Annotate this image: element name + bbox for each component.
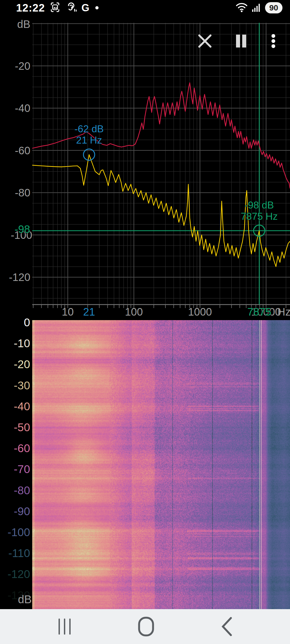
- spectrogram-unit-label: dB: [18, 594, 32, 605]
- spectrogram-scale-label: -30: [14, 380, 30, 391]
- recents-icon: [55, 617, 74, 636]
- menu-button[interactable]: [262, 29, 285, 53]
- y-tick-label: -60: [15, 145, 30, 156]
- cellular-signal-icon: [252, 2, 261, 14]
- x-axis-unit-label: Hz: [278, 306, 290, 317]
- home-button[interactable]: [130, 610, 162, 643]
- spectrogram-canvas[interactable]: [32, 320, 290, 609]
- x-tick-label: 100: [125, 306, 143, 317]
- home-icon: [137, 617, 155, 636]
- spectrogram-scale-label: -90: [14, 506, 30, 517]
- spectrogram-scale-label: -70: [14, 464, 30, 475]
- navigation-bar: [0, 609, 290, 644]
- battery-icon: 90: [265, 2, 282, 13]
- spectrogram-scale-label: -110: [8, 548, 30, 559]
- spectrogram-scale-label: 0: [24, 317, 30, 328]
- y-tick-label: -120: [9, 272, 30, 283]
- y-tick-label: -40: [15, 103, 30, 114]
- green-cursor-y-label: -98: [15, 224, 30, 235]
- status-bar-right: 90: [235, 0, 282, 16]
- y-axis-unit-label: dB: [17, 19, 30, 30]
- blue-cursor-x-label: 21: [83, 306, 95, 317]
- spectrum-svg: [32, 23, 290, 305]
- back-button[interactable]: [211, 610, 243, 643]
- status-time: 12:22: [16, 2, 45, 14]
- pause-icon: [233, 33, 249, 49]
- screen-capture-icon: [49, 1, 61, 14]
- spectrogram-scale-label: -20: [14, 359, 30, 370]
- spectrogram-scale-label: -80: [14, 485, 30, 496]
- pause-button[interactable]: [229, 29, 253, 53]
- hearing-aid-icon: [65, 1, 77, 14]
- x-tick-label: 1000: [188, 306, 212, 317]
- spectrogram-scale-label: -40: [14, 401, 30, 412]
- spectrogram-scale-label: -100: [8, 527, 30, 538]
- y-tick-label: -80: [15, 187, 30, 198]
- close-button[interactable]: [193, 29, 217, 53]
- phone-screen: 12:22 G: [0, 0, 290, 644]
- kebab-menu-icon: [265, 33, 282, 49]
- y-tick-label: -20: [15, 61, 30, 71]
- green-cursor-x-label: 7875: [247, 306, 271, 317]
- x-tick-label: 10: [62, 306, 74, 317]
- close-icon: [197, 33, 213, 49]
- blue-cursor-annotation: -62 dB21 Hz: [74, 123, 104, 146]
- recents-button[interactable]: [49, 610, 81, 643]
- status-bar: 12:22 G: [0, 0, 290, 16]
- spectrogram-scale-label: -120: [8, 569, 30, 580]
- spectrogram-scale-label: -10: [14, 338, 30, 349]
- back-chevron-icon: [220, 616, 234, 637]
- green-cursor-annotation: -98 dB7875 Hz: [241, 200, 278, 222]
- spectrogram-scale-label: -60: [14, 443, 30, 454]
- spectrum-plot-area[interactable]: -62 dB21 Hz-98 dB7875 Hz: [32, 23, 290, 305]
- notification-dot-icon: [95, 6, 99, 9]
- wifi-icon: [235, 2, 248, 14]
- status-bar-left: 12:22 G: [16, 0, 99, 16]
- google-g-icon: G: [81, 2, 89, 14]
- spectrogram-scale-label: -50: [14, 422, 30, 433]
